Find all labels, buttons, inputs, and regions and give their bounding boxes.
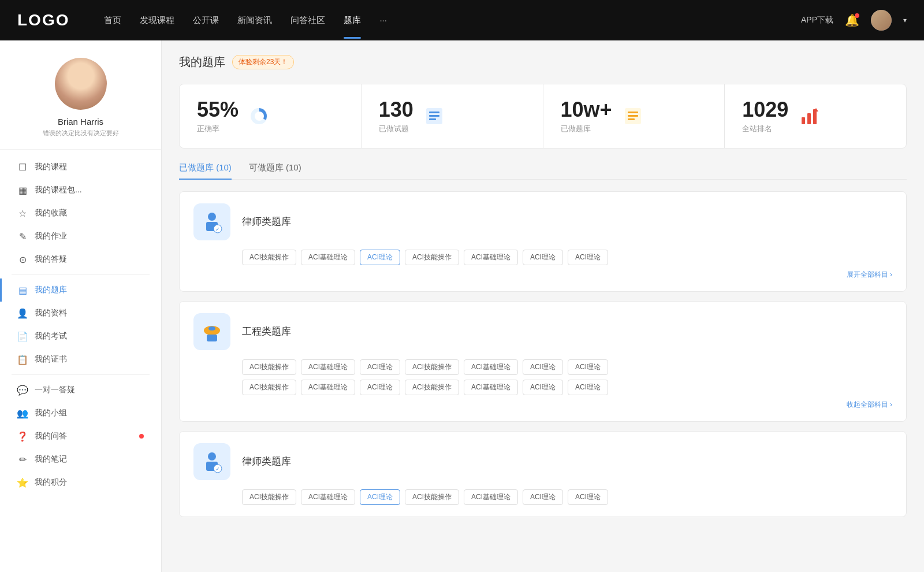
stat-card-ranking: 1029 全站排名 xyxy=(725,84,906,148)
avatar[interactable] xyxy=(871,10,892,31)
sidebar-item-courses[interactable]: ☐ 我的课程 xyxy=(0,155,161,179)
qbank-title: 律师类题库 xyxy=(242,215,291,228)
sidebar-item-questions[interactable]: ⊙ 我的答疑 xyxy=(0,248,161,271)
qbank-icon-lawyer: ✓ xyxy=(193,203,230,240)
sidebar-item-favorites[interactable]: ☆ 我的收藏 xyxy=(0,202,161,225)
sidebar-item-label: 我的课程 xyxy=(35,162,144,172)
certificate-icon: 📋 xyxy=(17,354,28,365)
sidebar-item-1on1[interactable]: 💬 一对一答疑 xyxy=(0,378,161,402)
qbank-tag-selected[interactable]: ACI理论 xyxy=(360,250,400,265)
nav-qbank[interactable]: 题库 xyxy=(344,15,361,26)
notification-dot xyxy=(855,13,859,18)
qbank-tag[interactable]: ACI理论 xyxy=(523,359,563,375)
qbank-tag[interactable]: ACI理论 xyxy=(360,359,400,375)
star-icon: ☆ xyxy=(17,208,28,218)
sidebar-item-label: 我的作业 xyxy=(35,231,144,242)
sidebar-item-profile[interactable]: 👤 我的资料 xyxy=(0,302,161,325)
qbank-tag[interactable]: ACI理论 xyxy=(360,380,400,395)
page-layout: Brian Harris 错误的决定比没有决定要好 ☐ 我的课程 ▦ 我的课程包… xyxy=(0,40,924,572)
nav-links: 首页 发现课程 公开课 新闻资讯 问答社区 题库 ··· xyxy=(104,15,778,26)
svg-rect-11 xyxy=(807,113,811,124)
svg-text:✓: ✓ xyxy=(215,466,220,472)
nav-news[interactable]: 新闻资讯 xyxy=(237,15,272,26)
bar-chart-icon xyxy=(798,105,821,128)
nav-more[interactable]: ··· xyxy=(379,15,387,26)
chevron-down-icon[interactable]: ▾ xyxy=(903,16,907,24)
stat-label: 全站排名 xyxy=(742,124,788,134)
qbank-tag[interactable]: ACI技能操作 xyxy=(405,250,459,265)
stat-value: 55% xyxy=(197,98,239,121)
logo: LOGO xyxy=(17,11,69,29)
qa-icon: ❓ xyxy=(17,431,28,441)
main-content: 我的题库 体验剩余23天！ 55% 正确率 xyxy=(162,40,924,572)
qbank-collapse-button[interactable]: 收起全部科目 › xyxy=(193,400,892,410)
qbank-tag[interactable]: ACI理论 xyxy=(523,380,563,395)
stat-card-done-banks: 10w+ 已做题库 xyxy=(543,84,725,148)
nav-home[interactable]: 首页 xyxy=(104,15,121,26)
sidebar-item-notes[interactable]: ✏ 我的笔记 xyxy=(0,448,161,471)
tab-done[interactable]: 已做题库 (10) xyxy=(179,162,232,179)
notification-bell[interactable]: 🔔 xyxy=(845,13,859,27)
sidebar-item-qa[interactable]: ❓ 我的问答 xyxy=(0,425,161,448)
qbank-tags: ACI技能操作 ACI基础理论 ACI理论 ACI技能操作 ACI基础理论 AC… xyxy=(242,250,892,265)
qbank-tag[interactable]: ACI基础理论 xyxy=(301,380,355,395)
sidebar-divider xyxy=(12,274,150,275)
qbank-tag[interactable]: ACI基础理论 xyxy=(464,489,518,505)
svg-rect-10 xyxy=(802,117,805,124)
qbank-tag[interactable]: ACI基础理论 xyxy=(464,359,518,375)
tab-available[interactable]: 可做题库 (10) xyxy=(249,162,301,179)
sidebar-item-exam[interactable]: 📄 我的考试 xyxy=(0,325,161,348)
qbank-tag[interactable]: ACI理论 xyxy=(523,489,563,505)
sidebar-motto: 错误的决定比没有决定要好 xyxy=(43,129,119,138)
svg-rect-9 xyxy=(628,118,635,120)
sidebar-item-label: 我的题库 xyxy=(35,285,144,295)
sidebar-menu: ☐ 我的课程 ▦ 我的课程包... ☆ 我的收藏 ✎ 我的作业 ⊙ 我的答疑 ▤ xyxy=(0,155,161,494)
qbank-tag[interactable]: ACI基础理论 xyxy=(301,489,355,505)
qbank-tag[interactable]: ACI技能操作 xyxy=(405,489,459,505)
nav-qa[interactable]: 问答社区 xyxy=(290,15,325,26)
qbank-tag[interactable]: ACI技能操作 xyxy=(405,380,459,395)
svg-point-14 xyxy=(208,213,216,221)
qbank-tag[interactable]: ACI理论 xyxy=(568,359,608,375)
nav-discover[interactable]: 发现课程 xyxy=(140,15,174,26)
qbank-icon: ▤ xyxy=(17,285,28,295)
qbank-card-engineer: 工程类题库 ACI技能操作 ACI基础理论 ACI理论 ACI技能操作 ACI基… xyxy=(179,301,907,422)
qbank-tag[interactable]: ACI基础理论 xyxy=(464,380,518,395)
sidebar-item-homework[interactable]: ✎ 我的作业 xyxy=(0,225,161,248)
qbank-tag[interactable]: ACI理论 xyxy=(568,380,608,395)
svg-rect-20 xyxy=(208,326,215,330)
nav-open[interactable]: 公开课 xyxy=(193,15,219,26)
qbank-tag[interactable]: ACI基础理论 xyxy=(301,359,355,375)
app-download[interactable]: APP下载 xyxy=(801,15,833,25)
qbank-tag[interactable]: ACI理论 xyxy=(568,250,608,265)
svg-rect-7 xyxy=(628,112,638,113)
qbank-tag-selected[interactable]: ACI理论 xyxy=(360,489,400,505)
pie-chart-icon xyxy=(248,105,271,128)
qbank-tag[interactable]: ACI理论 xyxy=(568,489,608,505)
qbank-tag[interactable]: ACI技能操作 xyxy=(405,359,459,375)
qbank-card-header: ✓ 律师类题库 xyxy=(193,443,892,480)
sidebar-profile: Brian Harris 错误的决定比没有决定要好 xyxy=(0,58,161,150)
sidebar-item-label: 我的证书 xyxy=(35,354,144,365)
qbank-tag[interactable]: ACI基础理论 xyxy=(464,250,518,265)
qbank-tag[interactable]: ACI技能操作 xyxy=(242,250,296,265)
qbank-tag[interactable]: ACI基础理论 xyxy=(301,250,355,265)
qbank-tag[interactable]: ACI理论 xyxy=(523,250,563,265)
question-icon: ⊙ xyxy=(17,254,28,265)
qbank-tag[interactable]: ACI技能操作 xyxy=(242,489,296,505)
avatar xyxy=(55,58,107,110)
sidebar-item-group[interactable]: 👥 我的小组 xyxy=(0,402,161,425)
qbank-tag[interactable]: ACI技能操作 xyxy=(242,380,296,395)
sidebar-item-points[interactable]: ⭐ 我的积分 xyxy=(0,471,161,494)
sidebar-item-qbank[interactable]: ▤ 我的题库 xyxy=(0,278,161,302)
qbank-expand-button[interactable]: 展开全部科目 › xyxy=(193,270,892,280)
list-blue-icon xyxy=(423,105,446,128)
sidebar-username: Brian Harris xyxy=(58,117,103,127)
stat-info: 130 已做试题 xyxy=(379,98,413,134)
sidebar-item-certificate[interactable]: 📋 我的证书 xyxy=(0,348,161,371)
sidebar-item-label: 我的课程包... xyxy=(35,185,144,195)
sidebar-item-course-package[interactable]: ▦ 我的课程包... xyxy=(0,179,161,202)
exam-icon: 📄 xyxy=(17,331,28,341)
svg-rect-21 xyxy=(207,335,217,341)
qbank-tag[interactable]: ACI技能操作 xyxy=(242,359,296,375)
